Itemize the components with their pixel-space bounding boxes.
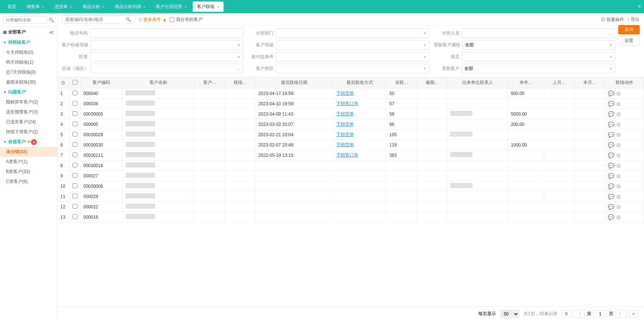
staff-select[interactable]: … xyxy=(462,28,615,38)
sidebar-search-icon[interactable]: 🔍 xyxy=(49,17,54,22)
sidebar-item-today[interactable]: 今天待联络(0) xyxy=(0,47,57,57)
customer-level-select[interactable]: ▼ xyxy=(276,40,429,50)
row-checkbox[interactable] xyxy=(73,101,77,106)
contact-action-icon[interactable]: 💬 xyxy=(608,183,614,189)
value-customers-header[interactable]: ▼ 价值客户 ⟳ ● xyxy=(0,137,57,147)
pay-terms-select[interactable]: ▼ xyxy=(276,52,429,61)
tab-sales[interactable]: 销售单 × xyxy=(22,1,49,12)
more-action-icon[interactable]: ⊞ xyxy=(616,214,621,220)
sidebar-item-abnormal[interactable]: 囤购异常客户(2) xyxy=(0,97,57,107)
contact-way-link[interactable]: 下销货单 xyxy=(336,111,354,116)
more-action-icon[interactable]: ⊞ xyxy=(616,163,621,169)
row-checkbox[interactable] xyxy=(73,183,77,188)
row-checkbox[interactable] xyxy=(73,132,77,137)
sidebar-item-declining[interactable]: 持续下滑客户(2) xyxy=(0,127,57,137)
my-customers-checkbox[interactable]: 我分管的客户 xyxy=(170,17,203,23)
contact-action-icon[interactable]: 💬 xyxy=(608,152,614,158)
page-size-select[interactable]: 50 20 100 xyxy=(500,310,519,318)
contact-action-icon[interactable]: 💬 xyxy=(608,214,614,220)
contact-way-link[interactable]: 下销货单 xyxy=(336,121,354,127)
pending-contact-header[interactable]: ▼ 待联络客户 xyxy=(0,38,57,47)
retail-attr-select[interactable]: 全部▼ xyxy=(462,40,615,50)
refresh-icon[interactable]: ⟳ xyxy=(27,140,30,144)
row-checkbox[interactable] xyxy=(73,173,77,178)
more-action-icon[interactable]: ⊞ xyxy=(616,142,621,148)
row-checkbox[interactable] xyxy=(73,152,77,157)
tab-product-analysis[interactable]: 商品分析 × xyxy=(78,1,109,12)
query-button[interactable]: 查询 xyxy=(618,25,640,34)
row-checkbox[interactable] xyxy=(73,142,77,147)
contact-action-icon[interactable]: 💬 xyxy=(608,111,614,117)
retail-customer-select[interactable]: 全部▼ xyxy=(462,64,615,73)
close-right-icon[interactable]: × xyxy=(638,3,641,10)
sidebar-item-tomorrow[interactable]: 明天待联络(1) xyxy=(0,57,57,67)
more-action-icon[interactable]: ⊞ xyxy=(616,194,621,200)
collapse-icon[interactable]: ≪ xyxy=(49,29,54,35)
more-action-icon[interactable]: ⊞ xyxy=(616,183,621,189)
search-input[interactable] xyxy=(65,17,124,22)
close-product-analysis-icon[interactable]: × xyxy=(102,5,105,9)
next-page-btn[interactable]: 〉 xyxy=(616,310,627,318)
export-btn[interactable]: ↑ 导出 xyxy=(627,17,640,23)
contact-way-link[interactable]: 下销售订单 xyxy=(336,152,358,158)
my-customers-check[interactable] xyxy=(170,17,175,22)
tab-customer-contact[interactable]: 客户联络 × xyxy=(193,1,224,12)
search-icon[interactable]: 🔍 xyxy=(126,17,131,22)
close-customer-contact-icon[interactable]: × xyxy=(217,5,219,9)
contact-action-icon[interactable]: 💬 xyxy=(608,121,614,127)
all-customers-header[interactable]: ⊞ 全部客户 ≪ xyxy=(0,27,57,38)
row-checkbox[interactable] xyxy=(73,214,77,219)
sidebar-item-overdue[interactable]: 逾期未联络(30) xyxy=(0,77,57,87)
more-conditions-btn[interactable]: ▽ 更多条件 ▲ xyxy=(138,17,167,23)
phone-input[interactable] xyxy=(90,28,243,38)
close-purchase-icon[interactable]: × xyxy=(70,5,72,9)
close-customer-segment-icon[interactable]: × xyxy=(184,5,187,9)
region-select[interactable]: … xyxy=(91,64,243,73)
more-action-icon[interactable]: ⊞ xyxy=(616,132,621,138)
contact-action-icon[interactable]: 💬 xyxy=(608,132,614,138)
sidebar-item-class-b[interactable]: B类客户(33) xyxy=(0,167,57,177)
contact-action-icon[interactable]: 💬 xyxy=(608,163,614,169)
more-action-icon[interactable]: ⊞ xyxy=(616,111,621,117)
contact-way-link[interactable]: 下销货单 xyxy=(336,142,354,147)
close-product-list-icon[interactable]: × xyxy=(144,5,146,9)
last-page-btn[interactable]: > xyxy=(629,310,638,318)
close-sales-icon[interactable]: × xyxy=(42,5,44,9)
row-checkbox[interactable] xyxy=(73,194,77,198)
more-action-icon[interactable]: ⊞ xyxy=(616,152,621,158)
problem-customers-header[interactable]: ▼ 问题客户 xyxy=(0,87,57,97)
sidebar-item-churn-warning[interactable]: 流失预警客户(3) xyxy=(0,107,57,117)
more-action-icon[interactable]: ⊞ xyxy=(616,121,621,127)
contact-action-icon[interactable]: 💬 xyxy=(608,204,614,210)
more-action-icon[interactable]: ⊞ xyxy=(616,101,621,107)
contact-way-link[interactable]: 下销售订单 xyxy=(336,101,358,106)
sidebar-item-class-c[interactable]: C类客户(6) xyxy=(0,177,57,187)
contact-action-icon[interactable]: 💬 xyxy=(608,101,614,107)
more-action-icon[interactable]: ⊞ xyxy=(616,173,621,179)
contact-way-link[interactable]: 下销货单 xyxy=(336,132,354,137)
row-checkbox[interactable] xyxy=(73,163,77,167)
sidebar-item-churned[interactable]: 已流失客户(24) xyxy=(0,117,57,127)
more-action-icon[interactable]: ⊞ xyxy=(616,204,621,210)
row-checkbox[interactable] xyxy=(73,204,77,209)
nature-select[interactable]: ▼ xyxy=(90,52,243,61)
price-level-select[interactable]: ▼ xyxy=(91,40,243,50)
contact-action-icon[interactable]: 💬 xyxy=(608,194,614,200)
first-page-btn[interactable]: K xyxy=(562,310,571,318)
tab-customer-segment[interactable]: 客户分层经营 × xyxy=(151,1,191,12)
contact-way-link[interactable]: 下销货单 xyxy=(336,91,354,96)
contact-action-icon[interactable]: 💬 xyxy=(608,173,614,179)
status-select[interactable]: ▼ xyxy=(462,52,615,61)
dept-select[interactable]: ▼ xyxy=(276,28,429,38)
row-checkbox[interactable] xyxy=(73,111,77,116)
tab-purchase[interactable]: 进货单 × xyxy=(50,1,77,12)
settings-icon[interactable]: ⚙ xyxy=(61,80,66,86)
customer-type-select[interactable]: ▼ xyxy=(276,64,429,73)
reset-button[interactable]: 设置 xyxy=(618,36,640,46)
sidebar-search-input[interactable] xyxy=(3,16,47,24)
sidebar-item-class-a[interactable]: A类客户(1) xyxy=(0,157,57,167)
batch-op-btn[interactable]: ☑ 批量操作 xyxy=(601,17,624,23)
select-all-checkbox[interactable] xyxy=(73,80,77,85)
row-checkbox[interactable] xyxy=(73,91,77,95)
contact-action-icon[interactable]: 💬 xyxy=(608,91,614,96)
